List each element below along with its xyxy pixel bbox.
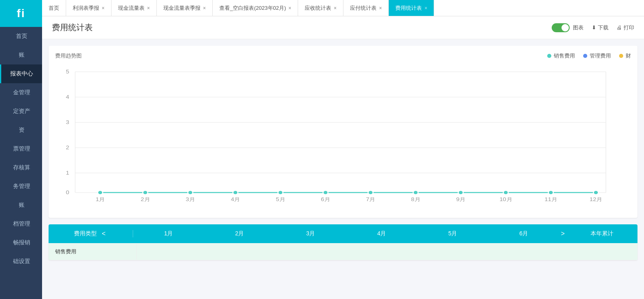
tab-expense-stats[interactable]: 费用统计表 × <box>389 0 434 16</box>
tab-cashflow[interactable]: 现金流量表 × <box>111 0 157 16</box>
svg-point-19 <box>323 190 328 195</box>
sidebar-item-reports[interactable]: 报表中心 <box>0 64 42 83</box>
svg-text:9月: 9月 <box>456 197 465 202</box>
svg-point-21 <box>413 190 418 195</box>
tab-payable[interactable]: 应付统计表 × <box>343 0 389 16</box>
sidebar-item-fund[interactable]: 金管理 <box>0 83 42 102</box>
sidebar-item-home[interactable]: 首页 <box>0 27 42 46</box>
sidebar-item-expense[interactable]: 畅报销 <box>0 233 42 252</box>
th-month3: 3月 <box>275 230 346 237</box>
header-actions: 图表 ⬇ 下载 🖨 打印 <box>552 23 634 32</box>
sidebar-item-settings[interactable]: 础设置 <box>0 252 42 271</box>
tab-receivable[interactable]: 应收统计表 × <box>298 0 343 16</box>
tab-cashflow-quarter[interactable]: 现金流量表季报 × <box>157 0 213 16</box>
svg-text:2: 2 <box>66 145 69 150</box>
download-button[interactable]: ⬇ 下载 <box>592 24 608 31</box>
svg-text:5: 5 <box>66 69 69 74</box>
tab-receivable-label: 应收统计表 <box>305 4 331 12</box>
legend-item-finance: 财 <box>619 52 631 60</box>
svg-point-15 <box>143 190 148 195</box>
th-month4: 4月 <box>346 230 417 237</box>
tab-payable-label: 应付统计表 <box>350 4 377 12</box>
print-label: 打印 <box>624 24 634 31</box>
th-month2: 2月 <box>204 230 275 237</box>
sidebar-item-invoice[interactable]: 票管理 <box>0 140 42 158</box>
tab-cashflow-close[interactable]: × <box>147 5 150 11</box>
tab-profit[interactable]: 利润表季报 × <box>66 0 111 16</box>
svg-point-25 <box>593 190 598 195</box>
th-cumulative: 本年累计 <box>566 230 637 237</box>
legend-dot-sales <box>547 54 551 58</box>
chart-title: 费用趋势图 <box>55 52 82 60</box>
tab-blank-report-label: 查看_空白报表(2023年02月) <box>219 4 286 12</box>
download-icon: ⬇ <box>592 24 596 31</box>
chart-section: 费用趋势图 销售费用 管理费用 财 <box>49 46 637 218</box>
svg-text:0: 0 <box>66 190 69 195</box>
content-area: 费用统计表 图表 ⬇ 下载 🖨 打印 费用趋势图 <box>42 16 644 299</box>
svg-text:6月: 6月 <box>321 197 330 202</box>
chart-toggle-label: 图表 <box>573 24 584 31</box>
th-month1: 1月 <box>133 230 204 237</box>
legend-item-sales: 销售费用 <box>547 52 575 60</box>
page-title: 费用统计表 <box>52 22 93 33</box>
sidebar-item-account[interactable]: 账 <box>0 196 42 215</box>
svg-text:4月: 4月 <box>231 197 240 202</box>
legend-dot-finance <box>619 54 623 58</box>
tab-blank-report-close[interactable]: × <box>288 5 291 11</box>
td-m5-sales <box>423 248 495 256</box>
td-m6-sales <box>495 248 566 256</box>
chart-header: 费用趋势图 销售费用 管理费用 财 <box>55 52 631 60</box>
th-month5: 5月 <box>417 230 488 237</box>
svg-point-17 <box>233 190 238 195</box>
legend-label-admin: 管理费用 <box>590 52 611 60</box>
download-label: 下载 <box>598 24 608 31</box>
svg-text:3月: 3月 <box>186 197 195 202</box>
main-area: 首页 利润表季报 × 现金流量表 × 现金流量表季报 × 查看_空白报表(202… <box>42 0 644 299</box>
next-period-button[interactable]: > <box>559 230 566 237</box>
svg-text:7月: 7月 <box>366 197 375 202</box>
tab-cashflow-quarter-close[interactable]: × <box>203 5 206 11</box>
sidebar-item-ledger[interactable]: 账 <box>0 46 42 64</box>
svg-text:10月: 10月 <box>499 197 512 202</box>
tab-cashflow-quarter-label: 现金流量表季报 <box>163 4 201 12</box>
sidebar-item-capital[interactable]: 资 <box>0 121 42 140</box>
tab-expense-stats-label: 费用统计表 <box>395 4 422 12</box>
th-type: 费用类型 < <box>49 230 133 237</box>
chart-toggle-wrapper: 图表 <box>552 23 584 32</box>
svg-text:5月: 5月 <box>276 197 285 202</box>
sidebar: fi 首页 账 报表中心 金管理 定资产 资 票管理 存核算 务管理 账 档管理… <box>0 0 42 299</box>
svg-point-20 <box>368 190 373 195</box>
svg-point-24 <box>548 190 553 195</box>
svg-text:11月: 11月 <box>545 197 557 202</box>
svg-point-22 <box>458 190 463 195</box>
tab-payable-close[interactable]: × <box>379 5 382 11</box>
svg-text:1: 1 <box>66 170 69 175</box>
table-header: 费用类型 < 1月 2月 3月 4月 5月 6月 > 本年累计 <box>49 224 637 243</box>
tab-expense-stats-close[interactable]: × <box>424 5 427 11</box>
chart-toggle[interactable] <box>552 23 570 32</box>
tab-receivable-close[interactable]: × <box>334 5 336 11</box>
sidebar-item-archive[interactable]: 档管理 <box>0 215 42 233</box>
print-icon: 🖨 <box>617 24 622 31</box>
table-row: 销售费用 <box>49 243 637 260</box>
tab-blank-report[interactable]: 查看_空白报表(2023年02月) × <box>213 0 298 16</box>
chart-legend: 销售费用 管理费用 财 <box>547 52 631 60</box>
svg-text:2月: 2月 <box>140 197 149 202</box>
sidebar-item-service[interactable]: 务管理 <box>0 177 42 196</box>
th-month6: 6月 <box>488 230 559 237</box>
page-header: 费用统计表 图表 ⬇ 下载 🖨 打印 <box>42 16 644 39</box>
legend-label-finance: 财 <box>626 52 631 60</box>
prev-period-button[interactable]: < <box>100 230 107 237</box>
legend-label-sales: 销售费用 <box>554 52 575 60</box>
svg-point-14 <box>98 190 103 195</box>
td-m4-sales <box>351 248 423 256</box>
tab-profit-close[interactable]: × <box>102 5 105 11</box>
svg-point-23 <box>503 190 508 195</box>
tab-cashflow-label: 现金流量表 <box>118 4 145 12</box>
print-button[interactable]: 🖨 打印 <box>617 24 634 31</box>
sidebar-item-assets[interactable]: 定资产 <box>0 102 42 121</box>
td-type-sales: 销售费用 <box>49 244 137 259</box>
sidebar-item-inventory[interactable]: 存核算 <box>0 158 42 177</box>
td-m2-sales <box>208 248 280 256</box>
tab-home[interactable]: 首页 <box>42 0 66 16</box>
